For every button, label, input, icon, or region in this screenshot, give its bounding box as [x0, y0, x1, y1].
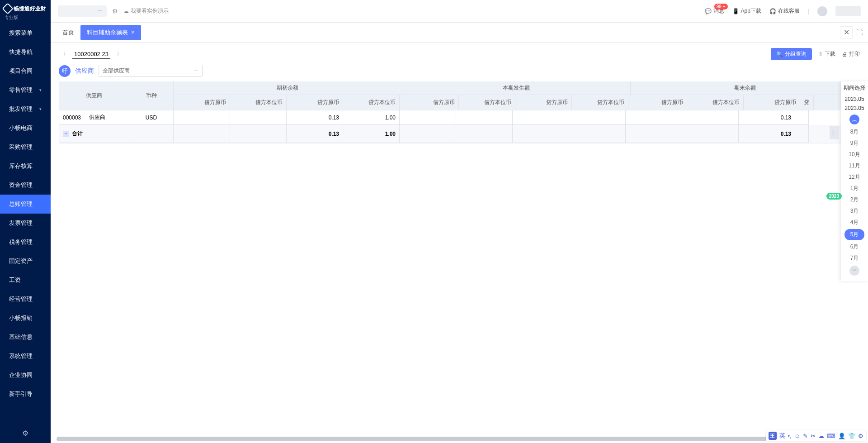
- brand-logo: 畅捷通好业财: [0, 0, 51, 15]
- horizontal-scrollbar[interactable]: [57, 437, 861, 441]
- table-scroll-right-button[interactable]: 〉: [830, 126, 839, 139]
- sidebar-item[interactable]: 快捷导航: [0, 43, 51, 62]
- ime-toolbar[interactable]: 王 英 •, ☺ ✎ ✂ ☁ ⌨ 👤 👕 ⚙: [766, 430, 866, 441]
- period-month[interactable]: 8月: [841, 126, 868, 138]
- username-chip[interactable]: [835, 6, 861, 16]
- table-cell: 0.13: [739, 110, 795, 125]
- ime-scissors-icon[interactable]: ✂: [811, 433, 816, 439]
- logo-icon: [2, 3, 13, 14]
- sidebar-item-label: 总账管理: [9, 200, 33, 208]
- group-query-button[interactable]: 🔍 分组查询: [771, 48, 812, 60]
- sidebar-item[interactable]: 库存核算: [0, 157, 51, 176]
- period-month[interactable]: 5月: [844, 229, 864, 240]
- sidebar-item[interactable]: 经营管理: [0, 290, 51, 309]
- th-sub: 借方本位币: [459, 95, 515, 110]
- org-selector[interactable]: ﹀: [58, 5, 107, 17]
- main-content: 〈 10020002 23 〉 🔍 分组查询 ⇩ 下载 🖨 打印 㞨 供应商 全…: [51, 43, 868, 443]
- th-supplier: 供应商: [59, 81, 129, 110]
- sidebar-item[interactable]: 总账管理: [0, 195, 51, 214]
- avatar[interactable]: [817, 6, 827, 16]
- th-sub: 借方原币: [174, 95, 230, 110]
- ime-lang[interactable]: 英: [779, 432, 785, 440]
- message-button[interactable]: 💬 消息 99 +: [705, 7, 724, 15]
- sidebar-item[interactable]: 工资: [0, 271, 51, 290]
- account-code[interactable]: 10020002 23: [72, 50, 110, 59]
- next-account-button[interactable]: 〉: [115, 50, 124, 58]
- sidebar-item[interactable]: 小畅电商: [0, 119, 51, 138]
- ime-edit-icon[interactable]: ✎: [803, 433, 808, 439]
- sidebar-item[interactable]: 系统管理: [0, 347, 51, 366]
- ime-logo-icon[interactable]: 王: [769, 432, 777, 440]
- online-service-button[interactable]: 🎧 在线客服: [769, 7, 800, 15]
- period-month[interactable]: 6月: [841, 241, 868, 252]
- message-icon: 💬: [705, 8, 712, 14]
- prev-account-button[interactable]: 〈: [59, 50, 68, 58]
- period-month[interactable]: 12月: [841, 171, 868, 183]
- headset-icon: 🎧: [769, 8, 776, 14]
- period-month[interactable]: 9月: [841, 138, 868, 149]
- table-cell: 1.00: [343, 110, 400, 125]
- th-sub: 借方原币: [631, 95, 687, 110]
- app-download-button[interactable]: 📱 App下载: [732, 7, 761, 15]
- close-icon[interactable]: ✕: [131, 29, 135, 35]
- ime-shirt-icon[interactable]: 👕: [848, 433, 855, 439]
- sidebar-item[interactable]: 基础信息: [0, 328, 51, 347]
- table-row[interactable]: 000003供应商USD0.131.000.13: [59, 110, 859, 125]
- period-to[interactable]: 2023.05: [841, 104, 868, 113]
- nav-list: 搜索菜单快捷导航项目合同零售管理▾批发管理▾小畅电商采购管理库存核算资金管理总账…: [0, 24, 51, 424]
- tabs-actions: ✕ ⛶: [840, 26, 868, 39]
- tab-home[interactable]: 首页: [56, 25, 80, 40]
- settings-gear-icon[interactable]: ⚙: [0, 424, 51, 443]
- table-cell: [569, 125, 626, 143]
- download-button[interactable]: ⇩ 下载: [818, 50, 835, 58]
- play-icon: ☁: [123, 8, 129, 14]
- period-from[interactable]: 2023.05: [841, 95, 868, 104]
- period-month[interactable]: 10月: [841, 149, 868, 160]
- ime-cloud-icon[interactable]: ☁: [818, 433, 824, 439]
- sidebar-item[interactable]: 项目合同: [0, 62, 51, 81]
- period-scroll-down-button[interactable]: ︾: [849, 266, 859, 276]
- period-scroll-up-button[interactable]: ︽: [849, 114, 859, 124]
- table-cell: [682, 125, 739, 143]
- demo-link[interactable]: ☁ 我要看实例演示: [123, 7, 169, 15]
- divider: |: [808, 8, 809, 14]
- ime-punct-icon[interactable]: •,: [788, 433, 792, 439]
- sidebar-item[interactable]: 资金管理: [0, 176, 51, 195]
- period-title: 期间选择: [841, 81, 868, 95]
- sidebar-item[interactable]: 新手引导: [0, 385, 51, 404]
- table-cell: [569, 110, 626, 125]
- sidebar-item[interactable]: 采购管理: [0, 138, 51, 157]
- sidebar-item-label: 经营管理: [9, 295, 33, 303]
- table-cell: [626, 125, 682, 143]
- ime-keyboard-icon[interactable]: ⌨: [827, 433, 835, 439]
- period-month[interactable]: 4月: [841, 217, 868, 228]
- table-total-row: −合计0.131.000.13: [59, 125, 859, 143]
- period-month[interactable]: 7月: [841, 252, 868, 264]
- th-group-current: 本期发生额 借方原币借方本位币贷方原币贷方本位币: [402, 81, 631, 110]
- sidebar-item[interactable]: 零售管理▾: [0, 81, 51, 100]
- tabs-bar: 首页 科目辅助余额表 ✕ ✕ ⛶: [51, 23, 868, 43]
- period-month[interactable]: 2月: [841, 194, 868, 205]
- ime-settings-icon[interactable]: ⚙: [858, 433, 863, 439]
- close-all-tabs-button[interactable]: ✕: [840, 26, 853, 39]
- period-month-list: 8月9月10月11月12月1月2月3月4月5月6月7月: [841, 126, 868, 264]
- supplier-select[interactable]: 全部供应商 ﹀: [99, 65, 203, 77]
- sidebar-item[interactable]: 税务管理: [0, 233, 51, 252]
- sidebar-item[interactable]: 固定资产: [0, 252, 51, 271]
- sidebar-item[interactable]: 企业协同: [0, 366, 51, 385]
- tab-active[interactable]: 科目辅助余额表 ✕: [80, 25, 141, 40]
- gear-icon[interactable]: ⚙: [112, 8, 118, 15]
- ime-smile-icon[interactable]: ☺: [794, 433, 800, 439]
- print-button[interactable]: 🖨 打印: [842, 50, 860, 58]
- sidebar-item[interactable]: 小畅报销: [0, 309, 51, 328]
- period-month[interactable]: 11月: [841, 160, 868, 171]
- period-month[interactable]: 3月: [841, 205, 868, 217]
- ime-user-icon[interactable]: 👤: [838, 433, 845, 439]
- sidebar-item[interactable]: 发票管理: [0, 214, 51, 233]
- sidebar-item[interactable]: 批发管理▾: [0, 100, 51, 119]
- scrollbar-thumb[interactable]: [57, 437, 853, 441]
- tab-home-label: 首页: [62, 29, 74, 37]
- sidebar-item[interactable]: 搜索菜单: [0, 24, 51, 43]
- fullscreen-icon[interactable]: ⛶: [856, 29, 863, 36]
- period-month[interactable]: 1月: [841, 183, 868, 194]
